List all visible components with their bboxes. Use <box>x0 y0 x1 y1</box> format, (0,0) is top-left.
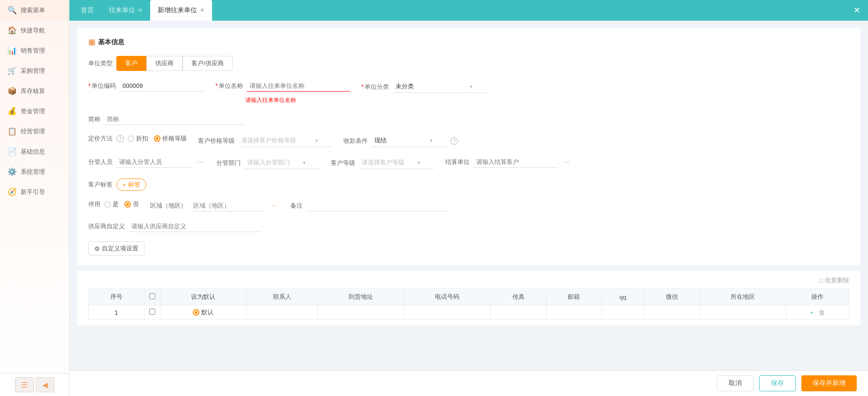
contacts-table: 序号 设为默认 联系人 到货地址 电话号码 传真 邮箱 qq 微信 所在地区 操… <box>88 288 849 320</box>
col-checkbox <box>144 289 160 305</box>
col-phone: 电话号码 <box>404 289 490 305</box>
row-default-label: 默认 <box>201 308 213 317</box>
custom-settings-btn[interactable]: ⚙ 自定义项设置 <box>88 241 145 256</box>
pricing-method-group: 定价方法 ? 折扣 价格等级 <box>88 134 187 143</box>
row-seq: 1 <box>89 305 145 320</box>
disabled-label: 停用 <box>88 200 100 209</box>
sidebar-item-label: 新手引导 <box>21 188 45 196</box>
custom-settings-label: 自定义项设置 <box>102 244 138 253</box>
region-more-btn[interactable]: ··· <box>269 202 279 210</box>
delete-row-btn[interactable]: 🗑 <box>819 309 825 316</box>
manager-input[interactable] <box>116 156 191 168</box>
table-section: □ 批量删除 序号 设为默认 联系人 到货地址 电话号码 传真 邮箱 qq <box>77 271 860 326</box>
type-btn-supplier[interactable]: 供应商 <box>146 56 183 71</box>
unit-type-row: 单位类型 客户 供应商 客户/供应商 <box>88 56 849 71</box>
sidebar-item-inventory[interactable]: 📦 库存核算 <box>0 81 69 101</box>
row-action-btns: + 🗑 <box>786 305 849 320</box>
sidebar-item-label: 库存核算 <box>21 87 45 95</box>
sidebar-item-guide[interactable]: 🧭 新手引导 <box>0 182 69 202</box>
col-seq: 序号 <box>89 289 145 305</box>
tab-partner[interactable]: 往来单位 ✕ <box>101 0 150 21</box>
add-tag-btn[interactable]: + 标签 <box>116 179 146 191</box>
row-phone <box>404 305 490 320</box>
sidebar-item-label: 系统管理 <box>21 168 45 176</box>
search-icon: 🔍 <box>8 6 17 15</box>
radio-price-level[interactable]: 价格等级 <box>154 134 187 143</box>
radio-yes[interactable]: 是 <box>104 200 119 209</box>
save-button[interactable]: 保存 <box>759 375 796 391</box>
unit-code-group: 单位编码 <box>88 80 204 92</box>
department-select[interactable]: 请输入分管部门 ▼ <box>244 156 320 169</box>
select-all-checkbox[interactable] <box>149 293 155 299</box>
batch-delete-btn[interactable]: □ 批量删除 <box>819 276 849 285</box>
sidebar-item-label: 经营管理 <box>21 127 45 136</box>
unit-name-input[interactable] <box>247 80 350 92</box>
tab-new-partner[interactable]: 新增往来单位 ✕ <box>150 0 212 21</box>
unit-type-buttons: 客户 供应商 客户/供应商 <box>116 56 233 71</box>
radio-no[interactable]: 否 <box>124 200 139 209</box>
unit-category-value: 未分类 <box>396 82 414 91</box>
cancel-button[interactable]: 取消 <box>717 375 754 391</box>
sidebar-bottom-btn-2[interactable]: ◀ <box>36 377 54 392</box>
supplier-custom-group: 供应商自定义 <box>88 221 260 232</box>
tab-partner-close[interactable]: ✕ <box>138 7 143 14</box>
col-contact: 联系人 <box>246 289 317 305</box>
unit-name-group: 单位名称 请输入往来单位名称 <box>215 80 350 104</box>
section-title: ▣ 基本信息 <box>88 38 849 47</box>
type-btn-customer[interactable]: 客户 <box>116 56 146 71</box>
save-new-button[interactable]: 保存并新增 <box>801 375 857 391</box>
sidebar-item-operations[interactable]: 📋 经营管理 <box>0 121 69 141</box>
manager-more-btn[interactable]: ··· <box>195 158 205 166</box>
radio-yes-circle <box>104 201 111 208</box>
sidebar-bottom-btn-1[interactable]: ☰ <box>15 377 34 392</box>
settlement-input[interactable] <box>473 156 558 168</box>
sidebar-item-basic[interactable]: 📄 基础信息 <box>0 141 69 162</box>
unit-code-input[interactable] <box>120 80 204 92</box>
row-default-radio[interactable]: 默认 <box>165 308 242 317</box>
home-icon: 🏠 <box>8 26 17 35</box>
price-level-select[interactable]: 请选择客户价格等级 ▼ <box>238 134 332 147</box>
batch-delete-icon: □ <box>819 277 823 284</box>
unit-category-select[interactable]: 未分类 ▼ <box>393 80 487 93</box>
sidebar-item-search[interactable]: 🔍 搜索菜单 <box>0 0 69 20</box>
short-name-group: 简称 <box>88 114 245 125</box>
payment-terms-select[interactable]: 现结 ▼ <box>372 134 447 147</box>
unit-category-arrow: ▼ <box>469 84 473 89</box>
department-group: 分管部门 请输入分管部门 ▼ <box>216 156 320 169</box>
remark-group: 备注 <box>290 200 447 211</box>
department-label: 分管部门 <box>216 159 241 167</box>
sidebar-item-finance[interactable]: 💰 资金管理 <box>0 101 69 121</box>
payment-question-icon[interactable]: ? <box>450 137 458 145</box>
remark-input[interactable] <box>306 200 447 211</box>
radio-discount[interactable]: 折扣 <box>128 134 148 143</box>
tab-home-label: 首页 <box>81 6 94 15</box>
radio-no-circle <box>124 201 131 208</box>
type-btn-both[interactable]: 客户/供应商 <box>183 56 233 71</box>
tab-new-partner-close[interactable]: ✕ <box>200 7 205 14</box>
row-select-checkbox[interactable] <box>149 309 155 315</box>
supplier-custom-input[interactable] <box>129 221 260 232</box>
sidebar-item-purchase[interactable]: 🛒 采购管理 <box>0 61 69 81</box>
tag-label: 客户标签 <box>88 180 113 189</box>
unit-name-error: 请输入往来单位名称 <box>245 96 296 104</box>
purchase-icon: 🛒 <box>8 66 17 75</box>
add-row-btn[interactable]: + <box>810 309 814 316</box>
sidebar-item-system[interactable]: ⚙️ 系统管理 <box>0 162 69 182</box>
pricing-question-icon[interactable]: ? <box>116 135 124 142</box>
col-region: 所在地区 <box>700 289 786 305</box>
tab-partner-label: 往来单位 <box>109 6 135 15</box>
finance-icon: 💰 <box>8 107 17 116</box>
tab-home[interactable]: 首页 <box>73 0 101 21</box>
window-close-btn[interactable]: ✕ <box>850 5 864 16</box>
manager-label: 分管人员 <box>88 158 113 166</box>
radio-price-level-circle <box>154 135 160 142</box>
region-input[interactable] <box>190 200 266 211</box>
basic-info-card: ▣ 基本信息 单位类型 客户 供应商 客户/供应商 单位编码 <box>77 28 860 265</box>
sidebar-item-quick-nav[interactable]: 🏠 快捷导航 <box>0 20 69 40</box>
settlement-more-btn[interactable]: ··· <box>562 158 571 166</box>
tag-group: 客户标签 + 标签 <box>88 179 146 191</box>
sidebar-item-sales[interactable]: 📊 销售管理 <box>0 40 69 61</box>
customer-level-select[interactable]: 请选择客户等级 ▼ <box>359 156 434 169</box>
sidebar-item-label: 基础信息 <box>21 148 45 156</box>
short-name-input[interactable] <box>104 114 245 125</box>
